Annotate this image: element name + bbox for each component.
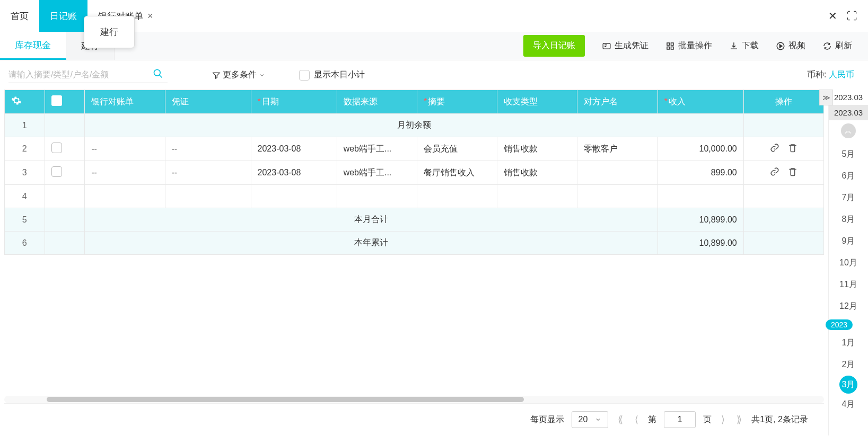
top-tab-bar: 首页 日记账 银行对账单 × 建行 ✕ ⛶ xyxy=(0,0,868,32)
table-row: 6 本年累计 10,899.00 xyxy=(5,232,824,255)
table-header-row: 银行对账单 凭证 *日期 数据来源 *摘要 收支类型 对方户名 *收入 操作 xyxy=(5,90,824,114)
daily-subtotal-checkbox[interactable]: 显示本日小计 xyxy=(299,69,365,81)
period-from[interactable]: 2023.03 xyxy=(829,90,868,105)
generate-voucher-label: 生成凭证 xyxy=(615,40,648,51)
table-row[interactable]: 3 -- -- 2023-03-08 web端手工... 餐厅销售收入 销售收款… xyxy=(5,161,824,185)
table-container: 银行对账单 凭证 *日期 数据来源 *摘要 收支类型 对方户名 *收入 操作 1… xyxy=(0,90,828,435)
month-item[interactable]: 12月 xyxy=(839,296,857,317)
search-wrap xyxy=(8,67,168,83)
row-number: 6 xyxy=(5,232,45,255)
prev-page-icon[interactable]: ⟨ xyxy=(633,414,641,425)
currency-value[interactable]: 人民币 xyxy=(829,70,854,79)
play-icon xyxy=(776,41,785,51)
month-item[interactable]: 2月 xyxy=(842,354,855,376)
tab-home[interactable]: 首页 xyxy=(0,0,39,32)
delete-icon[interactable] xyxy=(788,143,797,153)
link-icon[interactable] xyxy=(770,167,779,176)
scrollbar-thumb[interactable] xyxy=(47,397,524,402)
table-row[interactable]: 2 -- -- 2023-03-08 web端手工... 会员充值 销售收款 零… xyxy=(5,137,824,161)
window-close-icon[interactable]: ✕ xyxy=(828,10,837,22)
video-button[interactable]: 视频 xyxy=(776,40,805,51)
select-all-header[interactable] xyxy=(45,90,85,114)
table-row: 5 本月合计 10,899.00 xyxy=(5,208,824,232)
col-date: *日期 xyxy=(251,90,337,114)
month-item[interactable]: 8月 xyxy=(842,209,855,230)
cell-type: 销售收款 xyxy=(497,161,577,185)
month-total-label: 本月合计 xyxy=(85,208,657,232)
subtab-cash[interactable]: 库存现金 xyxy=(0,32,66,60)
horizontal-scrollbar[interactable] xyxy=(4,396,824,403)
refresh-button[interactable]: 刷新 xyxy=(822,40,852,51)
year-total-label: 本年累计 xyxy=(85,232,657,255)
cell-date: 2023-03-08 xyxy=(251,161,337,185)
cell-bank: -- xyxy=(85,137,165,161)
row-op-cell xyxy=(743,114,823,137)
month-item[interactable]: 5月 xyxy=(842,144,855,165)
per-page-label: 每页显示 xyxy=(530,414,564,425)
month-item[interactable]: 1月 xyxy=(842,332,855,354)
col-voucher: 凭证 xyxy=(165,90,251,114)
table-row: 1 月初余额 xyxy=(5,114,824,137)
row-checkbox[interactable] xyxy=(45,161,85,185)
svg-rect-0 xyxy=(603,43,610,49)
row-op-cell xyxy=(743,161,823,185)
currency-display: 币种: 人民币 xyxy=(807,69,860,81)
generate-voucher-button[interactable]: 生成凭证 xyxy=(602,40,648,51)
search-input[interactable] xyxy=(8,67,148,83)
settings-column-header[interactable] xyxy=(5,90,45,114)
close-icon[interactable]: × xyxy=(147,11,153,22)
cell-voucher: -- xyxy=(165,137,251,161)
last-page-icon[interactable]: ⟫ xyxy=(734,414,744,425)
month-total-amount: 10,899.00 xyxy=(657,208,743,232)
chevron-down-icon xyxy=(595,416,601,423)
month-item[interactable]: 10月 xyxy=(839,252,857,274)
first-page-icon[interactable]: ⟪ xyxy=(616,414,625,425)
month-item[interactable]: 11月 xyxy=(839,274,857,296)
video-label: 视频 xyxy=(788,40,805,51)
page-label-suffix: 页 xyxy=(703,414,712,425)
search-icon[interactable] xyxy=(148,68,168,82)
cell-type: 销售收款 xyxy=(497,137,577,161)
col-source: 数据来源 xyxy=(337,90,417,114)
row-checkbox[interactable] xyxy=(45,137,85,161)
row-number: 4 xyxy=(5,185,45,208)
pagination: 每页显示 20 ⟪ ⟨ 第 页 ⟩ ⟫ 共1页, 2条记录 xyxy=(4,403,824,435)
daily-subtotal-label: 显示本日小计 xyxy=(314,69,365,81)
page-number-input[interactable] xyxy=(664,411,696,428)
month-item-current[interactable]: 3月 xyxy=(839,376,857,394)
table-row[interactable]: 4 xyxy=(5,185,824,208)
month-item[interactable]: 4月 xyxy=(842,394,855,415)
link-icon[interactable] xyxy=(770,143,779,153)
currency-label: 币种: xyxy=(807,70,826,79)
page-label-prefix: 第 xyxy=(648,414,656,425)
period-to[interactable]: 2023.03 xyxy=(829,105,868,120)
next-page-icon[interactable]: ⟩ xyxy=(719,414,727,425)
month-item[interactable]: 9月 xyxy=(842,230,855,252)
more-conditions-button[interactable]: 更多条件 xyxy=(212,69,265,81)
cell-source: web端手工... xyxy=(337,161,417,185)
delete-icon[interactable] xyxy=(788,167,797,176)
cell-income: 10,000.00 xyxy=(657,137,743,161)
month-item[interactable]: 7月 xyxy=(842,187,855,209)
tab-journal[interactable]: 日记账 xyxy=(39,0,87,32)
import-journal-button[interactable]: 导入日记账 xyxy=(523,35,585,57)
rail-collapse-icon[interactable]: ≫ xyxy=(819,90,833,105)
svg-rect-4 xyxy=(671,47,674,49)
voucher-icon xyxy=(602,41,611,51)
batch-ops-button[interactable]: 批量操作 xyxy=(665,40,712,51)
svg-rect-1 xyxy=(667,43,670,46)
period-rail: ≫ 2023.03 2023.03 ︽ 5月 6月 7月 8月 9月 10月 1… xyxy=(828,90,868,435)
year-badge: 2023 xyxy=(826,319,853,330)
col-bank-statement: 银行对账单 xyxy=(85,90,165,114)
fullscreen-icon[interactable]: ⛶ xyxy=(847,10,857,22)
per-page-select[interactable]: 20 xyxy=(572,411,609,428)
col-operations: 操作 xyxy=(743,90,823,114)
scroll-up-icon[interactable]: ︽ xyxy=(841,123,856,138)
filter-icon xyxy=(212,71,221,79)
cell-date: 2023-03-08 xyxy=(251,137,337,161)
main-area: 银行对账单 凭证 *日期 数据来源 *摘要 收支类型 对方户名 *收入 操作 1… xyxy=(0,90,868,435)
download-button[interactable]: 下载 xyxy=(729,40,759,51)
page-total-label: 共1页, 2条记录 xyxy=(751,414,808,425)
svg-rect-2 xyxy=(671,43,674,46)
month-item[interactable]: 6月 xyxy=(842,165,855,187)
